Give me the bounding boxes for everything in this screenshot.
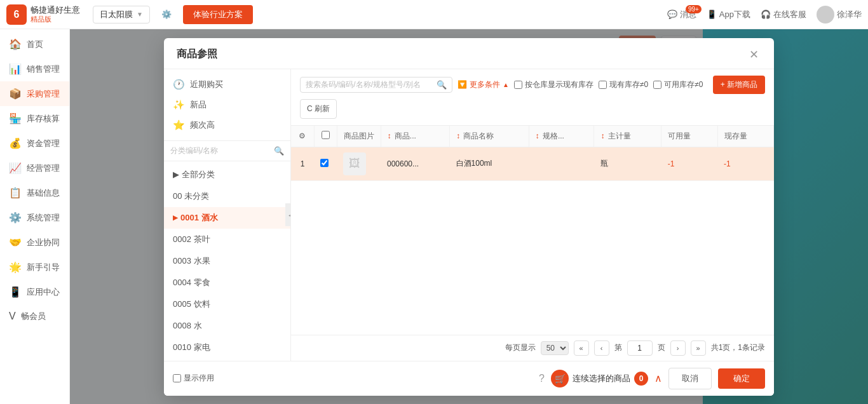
settings-icon[interactable]: ⚙️: [156, 4, 177, 25]
page-size-select[interactable]: 50: [541, 341, 569, 355]
category-fruit[interactable]: 0003 水果: [164, 250, 290, 272]
expand-icon: ▶: [173, 170, 179, 179]
sidebar-item-guide[interactable]: 🌟 新手引导: [0, 255, 69, 279]
category-all[interactable]: ▶ 全部分类: [164, 164, 290, 185]
sidebar-item-member[interactable]: V 畅会员: [0, 304, 69, 328]
collapse-cart-button[interactable]: ∧: [654, 372, 662, 384]
category-search-icon[interactable]: 🔍: [274, 146, 284, 156]
row-unit: 瓶: [594, 147, 661, 180]
row-image-cell: 🖼: [337, 147, 381, 180]
app-download-button[interactable]: 📱 App下载: [707, 9, 750, 20]
top-nav: 6 畅捷通好生意 精品版 日太阳膜 ▼ ⚙️ 体验行业方案 💬 消息 99+ 📱…: [0, 0, 868, 29]
category-snack[interactable]: 0004 零食: [164, 272, 290, 293]
show-disabled-checkbox[interactable]: [173, 374, 181, 382]
row-stock: -1: [717, 147, 773, 180]
category-uncategorized[interactable]: 00 未分类: [164, 185, 290, 207]
experience-button[interactable]: 体验行业方案: [183, 5, 253, 24]
refresh-button[interactable]: C 刷新: [300, 99, 337, 119]
sidebar-item-apps[interactable]: 📱 应用中心: [0, 279, 69, 304]
row-spec: [529, 147, 594, 180]
app-icon: 📱: [707, 10, 717, 19]
sidebar-item-inventory[interactable]: 🏪 库存核算: [0, 106, 69, 131]
row-checkbox[interactable]: [320, 159, 329, 167]
product-modal: 商品参照 ✕ 🕐 近期购买 ✨ 新: [164, 38, 774, 396]
nav-dropdown[interactable]: 日太阳膜 ▼: [93, 6, 150, 24]
category-beverage[interactable]: 0005 饮料: [164, 293, 290, 315]
headset-icon: 🎧: [761, 10, 771, 19]
filter-chevron-icon: ▲: [503, 81, 509, 88]
sidebar-item-finance[interactable]: 💰 资金管理: [0, 131, 69, 156]
user-avatar[interactable]: 徐泽华: [817, 6, 862, 24]
confirm-button[interactable]: 确定: [718, 368, 765, 389]
product-search-input[interactable]: [306, 80, 437, 89]
sidebar-item-purchase[interactable]: 📦 采购管理: [0, 81, 69, 106]
next-page-button[interactable]: ›: [670, 340, 686, 356]
sidebar-item-business[interactable]: 📈 经营管理: [0, 156, 69, 180]
shortcut-new[interactable]: ✨ 新品: [164, 95, 290, 115]
warehouse-stock-checkbox-label[interactable]: 按仓库显示现有库存: [514, 79, 593, 90]
available-stock-checkbox-label[interactable]: 可用库存≠0: [653, 79, 703, 90]
active-triangle-icon: ▶: [173, 214, 178, 221]
current-stock-checkbox-label[interactable]: 现有库存≠0: [599, 79, 648, 90]
category-search-input[interactable]: [170, 146, 270, 155]
current-stock-checkbox[interactable]: [599, 81, 607, 89]
footer-actions: ? 🛒 连续选择的商品 0 ∧ 取消 确定: [539, 368, 765, 389]
add-product-button[interactable]: + 新增商品: [713, 76, 765, 94]
sidebar-item-system[interactable]: ⚙️ 系统管理: [0, 205, 69, 230]
first-page-button[interactable]: «: [574, 340, 589, 356]
row-code: 000600...: [381, 147, 450, 180]
row-checkbox-cell: [314, 147, 337, 180]
new-icon: ✨: [173, 99, 185, 111]
show-disabled-label[interactable]: 显示停用: [173, 373, 214, 384]
row-number: 1: [291, 147, 314, 180]
system-icon: ⚙️: [9, 212, 22, 224]
col-name: ↕ 商品名称: [450, 126, 529, 147]
sidebar-item-enterprise[interactable]: 🤝 企业协同: [0, 230, 69, 255]
business-icon: 📈: [9, 162, 22, 174]
help-button[interactable]: ?: [539, 373, 545, 384]
category-liquor[interactable]: ▶ 0001 酒水: [164, 207, 290, 229]
dropdown-arrow-icon: ▼: [137, 11, 143, 18]
select-all-checkbox[interactable]: [322, 131, 330, 139]
logo-area: 6 畅捷通好生意 精品版: [6, 4, 80, 25]
avatar-image: [817, 6, 834, 24]
message-button[interactable]: 💬 消息 99+: [667, 9, 696, 20]
sidebar-item-basic[interactable]: 📋 基础信息: [0, 180, 69, 205]
category-shortcuts: 🕐 近期购买 ✨ 新品 ⭐ 频次高: [164, 69, 290, 141]
modal-body: 🕐 近期购买 ✨ 新品 ⭐ 频次高 ◀: [164, 69, 774, 361]
available-stock-checkbox[interactable]: [653, 81, 661, 89]
modal-footer: 显示停用 ? 🛒 连续选择的商品 0 ∧ 取消 确定: [164, 361, 774, 396]
cancel-button[interactable]: 取消: [668, 368, 712, 389]
more-filter-button[interactable]: 🔽 更多条件 ▲: [458, 79, 509, 90]
nav-right: 💬 消息 99+ 📱 App下载 🎧 在线客服 徐泽华: [667, 6, 862, 24]
page-number-input[interactable]: [627, 340, 653, 356]
table-row[interactable]: 1 🖼: [291, 147, 774, 180]
modal-close-button[interactable]: ✕: [746, 47, 761, 62]
online-service-button[interactable]: 🎧 在线客服: [761, 9, 806, 20]
shortcut-frequent[interactable]: ⭐ 频次高: [164, 115, 290, 135]
sidebar-item-home[interactable]: 🏠 首页: [0, 32, 69, 57]
cart-badge[interactable]: 🛒 连续选择的商品 0: [551, 370, 648, 387]
message-icon: 💬: [667, 10, 677, 19]
sidebar-item-sales[interactable]: 📊 销售管理: [0, 57, 69, 81]
category-water[interactable]: 0008 水: [164, 315, 290, 337]
table-gear-icon[interactable]: ⚙: [299, 131, 306, 140]
sort-icon: ↕: [388, 131, 391, 140]
modal-header: 商品参照 ✕: [164, 38, 774, 69]
sidebar: 🏠 首页 📊 销售管理 📦 采购管理 🏪 库存核算 💰 资金管理 📈 经营管理 …: [0, 29, 70, 404]
category-appliance[interactable]: 0010 家电: [164, 337, 290, 358]
warehouse-stock-checkbox[interactable]: [514, 81, 522, 89]
main-layout: 🏠 首页 📊 销售管理 📦 采购管理 🏪 库存核算 💰 资金管理 📈 经营管理 …: [0, 29, 868, 404]
search-icon[interactable]: 🔍: [437, 80, 447, 90]
shortcut-recent[interactable]: 🕐 近期购买: [164, 74, 290, 95]
panel-collapse-button[interactable]: ◀: [285, 203, 291, 226]
col-spec: ↕ 规格...: [529, 126, 594, 147]
col-code: ↕ 商品...: [381, 126, 450, 147]
prev-page-button[interactable]: ‹: [594, 340, 609, 356]
last-page-button[interactable]: »: [691, 340, 706, 356]
product-search-box: 🔍: [300, 77, 452, 93]
inventory-icon: 🏪: [9, 112, 22, 125]
category-tea[interactable]: 0002 茶叶: [164, 229, 290, 250]
clock-icon: 🕐: [173, 79, 185, 90]
guide-icon: 🌟: [9, 261, 22, 273]
